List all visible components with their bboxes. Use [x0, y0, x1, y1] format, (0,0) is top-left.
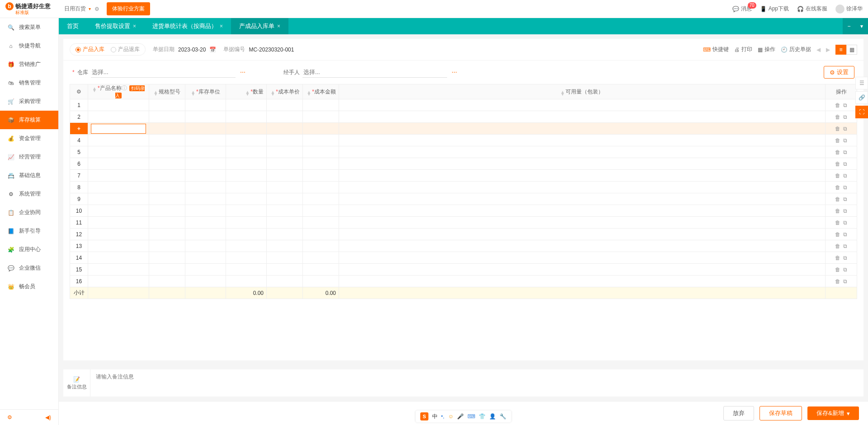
col-spec[interactable]: ▲▼规格型号 — [149, 84, 185, 99]
dock-btn-1[interactable]: ☰ — [855, 77, 868, 89]
delete-row-icon[interactable]: 🗑 — [835, 266, 840, 273]
copy-row-icon[interactable]: ⧉ — [843, 126, 847, 132]
dock-btn-3[interactable]: ⛶ — [855, 106, 868, 118]
delete-row-icon[interactable]: 🗑 — [835, 208, 840, 214]
copy-row-icon[interactable]: ⧉ — [843, 149, 847, 155]
save-draft-button[interactable]: 保存草稿 — [760, 406, 802, 420]
tab[interactable]: 产成品入库单× — [231, 18, 288, 34]
online-cs-button[interactable]: 🎧 在线客服 — [797, 5, 827, 13]
warehouse-input[interactable] — [91, 67, 236, 78]
tab-minimize-button[interactable]: − — [843, 18, 855, 34]
delete-row-icon[interactable]: 🗑 — [835, 243, 840, 249]
view-list-button[interactable]: ≡ — [835, 45, 846, 55]
tab[interactable]: 首页 — [59, 18, 87, 34]
delete-row-icon[interactable]: 🗑 — [835, 196, 840, 202]
shortcut-button[interactable]: ⌨快捷键 — [703, 46, 729, 53]
copy-row-icon[interactable]: ⧉ — [843, 208, 847, 214]
ime-tool-icon[interactable]: 🔧 — [500, 413, 506, 420]
handler-input[interactable] — [302, 67, 447, 78]
table-row[interactable]: 12🗑⧉ — [70, 229, 857, 240]
delete-row-icon[interactable]: 🗑 — [835, 161, 840, 167]
table-row[interactable]: 11🗑⧉ — [70, 217, 857, 229]
copy-row-icon[interactable]: ⧉ — [843, 102, 847, 108]
delete-row-icon[interactable]: 🗑 — [835, 220, 840, 226]
copy-row-icon[interactable]: ⧉ — [843, 184, 847, 191]
copy-row-icon[interactable]: ⧉ — [843, 161, 847, 167]
save-new-button[interactable]: 保存&新增 ▾ — [807, 406, 859, 420]
radio-product-in[interactable]: 产品入库 — [75, 46, 104, 53]
sidebar-item[interactable]: 📘新手引导 — [0, 222, 58, 240]
operate-button[interactable]: ▦操作 — [758, 46, 775, 53]
copy-row-icon[interactable]: ⧉ — [843, 114, 847, 120]
col-unit[interactable]: ▲▼*库存单位 — [185, 84, 226, 99]
sidebar-item[interactable]: 🛒采购管理 — [0, 92, 58, 111]
col-price[interactable]: ▲▼*成本单价 — [267, 84, 303, 99]
copy-row-icon[interactable]: ⧉ — [843, 255, 847, 261]
tab[interactable]: 售价提取设置× — [87, 18, 144, 34]
close-icon[interactable]: × — [133, 23, 136, 29]
discard-button[interactable]: 放弃 — [723, 406, 754, 420]
table-row[interactable]: 2🗑⧉ — [70, 111, 857, 123]
shop-selector[interactable]: 日用百货 ▾ — [64, 5, 91, 13]
sidebar-item[interactable]: 💬企业微信 — [0, 259, 58, 277]
sidebar-item[interactable]: 🎁营销推广 — [0, 55, 58, 74]
col-amount[interactable]: ▲▼*成本金额 — [303, 84, 339, 99]
col-settings[interactable]: ⚙ — [70, 84, 88, 99]
copy-row-icon[interactable]: ⧉ — [843, 243, 847, 249]
delete-row-icon[interactable]: 🗑 — [835, 173, 840, 179]
user-menu[interactable]: 徐泽华 — [835, 5, 863, 14]
delete-row-icon[interactable]: 🗑 — [835, 231, 840, 238]
sidebar-item[interactable]: 👑畅会员 — [0, 277, 58, 296]
copy-row-icon[interactable]: ⧉ — [843, 266, 847, 273]
add-row-icon[interactable]: + — [75, 125, 83, 133]
prev-doc-icon[interactable]: ◀ — [816, 47, 821, 53]
ime-lang-icon[interactable]: 中 — [432, 413, 438, 420]
col-available[interactable]: ▲▼可用量（包装） — [339, 84, 826, 99]
table-row[interactable]: 6🗑⧉ — [70, 158, 857, 170]
sidebar-item[interactable]: 📇基础信息 — [0, 166, 58, 185]
sidebar-item[interactable]: ⚙系统管理 — [0, 185, 58, 203]
shop-settings-icon[interactable]: ⚙ — [94, 6, 99, 12]
copy-row-icon[interactable]: ⧉ — [843, 196, 847, 202]
product-input[interactable] — [91, 124, 146, 134]
messages-button[interactable]: 💬 消息 70 — [732, 5, 752, 13]
table-row[interactable]: 10🗑⧉ — [70, 205, 857, 217]
copy-row-icon[interactable]: ⧉ — [843, 220, 847, 226]
tab-dropdown-button[interactable]: ▾ — [855, 18, 868, 34]
table-row[interactable]: 15🗑⧉ — [70, 264, 857, 276]
table-row[interactable]: +🗑⧉ — [70, 123, 857, 135]
more-icon[interactable]: ⋯ — [240, 69, 245, 75]
table-row[interactable]: 4🗑⧉ — [70, 135, 857, 146]
ime-punct-icon[interactable]: •, — [441, 413, 445, 420]
settings-gear-icon[interactable]: ⚙ — [7, 414, 12, 420]
sidebar-item[interactable]: 💰资金管理 — [0, 129, 58, 148]
table-row[interactable]: 14🗑⧉ — [70, 252, 857, 264]
copy-row-icon[interactable]: ⧉ — [843, 173, 847, 179]
copy-row-icon[interactable]: ⧉ — [843, 231, 847, 238]
table-row[interactable]: 8🗑⧉ — [70, 182, 857, 193]
copy-row-icon[interactable]: ⧉ — [843, 278, 847, 285]
ime-toolbar[interactable]: S 中 •, ☺ 🎤 ⌨ 👕 👤 🔧 — [416, 411, 511, 422]
col-qty[interactable]: ▲▼*数量 — [226, 84, 267, 99]
table-row[interactable]: 7🗑⧉ — [70, 170, 857, 182]
ime-keyboard-icon[interactable]: ⌨ — [467, 413, 475, 420]
radio-product-out[interactable]: 产品退库 — [111, 46, 140, 53]
print-button[interactable]: 🖨打印 — [734, 46, 752, 53]
sidebar-item[interactable]: 📦库存核算 — [0, 111, 58, 129]
doc-date[interactable]: 单据日期 2023-03-20 📅 — [153, 46, 216, 53]
dock-btn-2[interactable]: 🔗 — [855, 91, 868, 104]
sidebar-item[interactable]: 🧩应用中心 — [0, 240, 58, 259]
remark-input[interactable] — [90, 369, 863, 397]
sidebar-item[interactable]: 📋企业协同 — [0, 203, 58, 222]
ime-user-icon[interactable]: 👤 — [489, 413, 496, 420]
delete-row-icon[interactable]: 🗑 — [835, 255, 840, 261]
close-icon[interactable]: × — [220, 23, 223, 29]
view-card-button[interactable]: ▦ — [846, 45, 857, 55]
app-download-button[interactable]: 📱 App下载 — [760, 5, 789, 13]
table-row[interactable]: 1🗑⧉ — [70, 99, 857, 111]
copy-row-icon[interactable]: ⧉ — [843, 137, 847, 144]
settings-button[interactable]: ⚙ 设置 — [824, 66, 854, 79]
collapse-sidebar-icon[interactable]: ◀) — [45, 414, 51, 420]
ime-voice-icon[interactable]: 🎤 — [457, 413, 464, 420]
ime-emoji-icon[interactable]: ☺ — [448, 413, 453, 420]
